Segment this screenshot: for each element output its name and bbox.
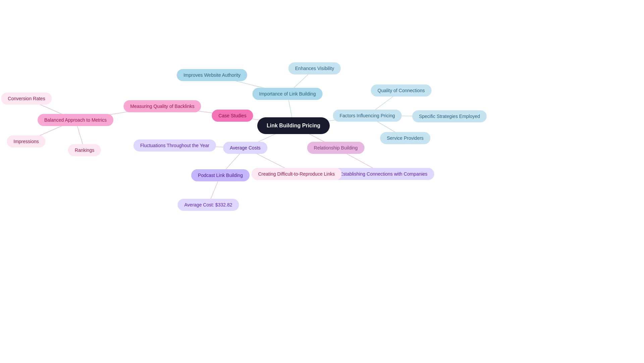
node-establishingConnections: Establishing Connections with Companies xyxy=(333,168,434,180)
node-enhances: Enhances Visibility xyxy=(288,62,341,74)
node-balancedApproach: Balanced Approach to Metrics xyxy=(38,114,113,126)
connections-svg xyxy=(0,0,644,363)
mindmap-container: Link Building PricingImportance of Link … xyxy=(0,0,644,363)
node-creatingDifficult: Creating Difficult-to-Reproduce Links xyxy=(252,168,342,180)
node-specificStrategies: Specific Strategies Employed xyxy=(412,110,487,122)
node-serviceProviders: Service Providers xyxy=(380,132,430,144)
node-relationshipBuilding: Relationship Building xyxy=(307,142,365,154)
node-fluctuations: Fluctuations Throughout the Year xyxy=(133,139,216,152)
node-importance: Importance of Link Building xyxy=(253,88,323,100)
node-measuringQuality: Measuring Quality of Backlinks xyxy=(123,100,201,112)
node-impressions: Impressions xyxy=(7,135,45,147)
node-rankings: Rankings xyxy=(68,144,101,156)
node-averageCosts: Average Costs xyxy=(223,142,267,154)
node-podcastLink: Podcast Link Building xyxy=(191,169,250,181)
node-averageCost: Average Cost: $332.82 xyxy=(178,199,239,211)
node-factorsInfluencing: Factors Influencing Pricing xyxy=(333,110,402,122)
node-qualityConnections: Quality of Connections xyxy=(371,84,432,97)
node-center: Link Building Pricing xyxy=(257,117,330,134)
node-caseStudies: Case Studies xyxy=(212,110,253,122)
node-conversionRates: Conversion Rates xyxy=(1,93,52,105)
node-improves: Improves Website Authority xyxy=(177,69,247,81)
